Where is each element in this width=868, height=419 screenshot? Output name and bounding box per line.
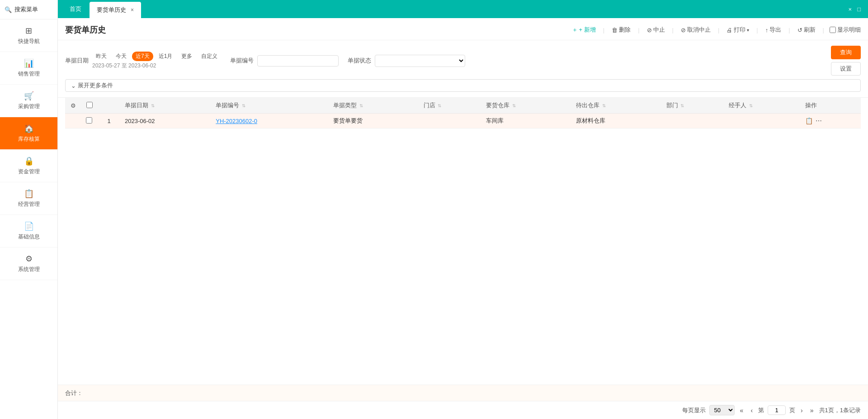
- sep3: |: [672, 27, 674, 33]
- purchase-icon: 🛒: [24, 91, 34, 101]
- table-row: 1 2023-06-02 YH-20230602-0 要货单要货 车间库 原材料…: [65, 114, 861, 129]
- sidebar-item-finance[interactable]: 🔒 资金管理: [0, 150, 57, 182]
- date-opt-1month[interactable]: 近1月: [155, 52, 176, 61]
- sales-icon: 📊: [24, 58, 34, 68]
- row-checkbox[interactable]: [86, 117, 92, 124]
- sidebar-item-inventory[interactable]: 🏠 库存核算: [0, 117, 57, 150]
- date-filter: 单据日期 昨天 今天 近7天 近1月 更多 自定义 2023-05-27 至 2…: [65, 52, 221, 70]
- per-page-select[interactable]: 20 50 100 200: [709, 405, 735, 415]
- date-opt-yesterday[interactable]: 昨天: [92, 52, 110, 61]
- date-opt-more[interactable]: 更多: [178, 52, 196, 61]
- header-left: 要货单历史: [65, 24, 106, 35]
- doc-no-input[interactable]: [257, 55, 339, 67]
- table-header-row: ⚙ 单据日期 ⇅ 单据编号 ⇅: [65, 98, 861, 114]
- sidebar-item-label: 采购管理: [18, 103, 40, 110]
- cell-ops: 📋 ⋯: [801, 114, 861, 129]
- th-store[interactable]: 门店 ⇅: [419, 98, 482, 114]
- select-all-checkbox[interactable]: [86, 102, 93, 108]
- total-info: 共1页，1条记录: [819, 406, 861, 414]
- stop-label: 中止: [653, 26, 665, 34]
- prev-page-button[interactable]: ‹: [749, 406, 755, 415]
- status-filter: 单据状态: [348, 55, 465, 67]
- sidebar-item-label: 基础信息: [18, 233, 40, 241]
- doc-no-link[interactable]: YH-20230602-0: [216, 118, 257, 124]
- next-page-button[interactable]: ›: [799, 406, 805, 415]
- tab-requisition-history[interactable]: 要货单历史 ×: [90, 2, 141, 18]
- home-icon: ⊞: [25, 26, 32, 36]
- export-button[interactable]: ↑ 导出: [764, 26, 783, 34]
- first-page-button[interactable]: «: [738, 406, 745, 415]
- sep6: |: [788, 27, 790, 33]
- sidebar-item-system[interactable]: ⚙ 系统管理: [0, 248, 57, 280]
- sidebar-item-label: 销售管理: [18, 70, 40, 78]
- stop-icon: ⊘: [647, 27, 652, 33]
- th-handler-label: 经手人: [729, 102, 746, 109]
- stop-button[interactable]: ⊘ 中止: [645, 26, 667, 34]
- gear-icon[interactable]: ⚙: [71, 102, 76, 109]
- delete-button[interactable]: 🗑 删除: [610, 26, 632, 34]
- display-cell-checkbox[interactable]: [830, 27, 836, 33]
- row-edit-button[interactable]: 📋: [805, 117, 813, 124]
- date-opt-today[interactable]: 今天: [112, 52, 130, 61]
- tab-home-label: 首页: [70, 5, 81, 13]
- new-button[interactable]: ＋ + 新增: [570, 26, 598, 34]
- th-store-label: 门店: [424, 102, 435, 109]
- export-label: 导出: [769, 26, 781, 34]
- finance-icon: 🔒: [24, 156, 34, 166]
- sort-docno-icon: ⇅: [242, 103, 245, 108]
- sep7: |: [823, 27, 824, 33]
- cancel-stop-button[interactable]: ⊘ 取消中止: [679, 26, 712, 34]
- th-doc-type[interactable]: 单据类型 ⇅: [329, 98, 419, 114]
- sep1: |: [603, 27, 604, 33]
- main-content: 首页 要货单历史 × × □ 要货单历史 ＋ + 新增 | 🗑: [58, 0, 868, 419]
- th-req-warehouse-label: 要货仓库: [486, 102, 509, 109]
- th-doc-no[interactable]: 单据编号 ⇅: [211, 98, 329, 114]
- expand-more-button[interactable]: ⌄ 展开更多条件: [65, 79, 861, 92]
- last-page-button[interactable]: »: [808, 406, 816, 415]
- sidebar-item-base[interactable]: 📄 基础信息: [0, 215, 57, 248]
- sidebar-item-quick-nav[interactable]: ⊞ 快捷导航: [0, 19, 57, 52]
- cell-handler: [724, 114, 801, 129]
- th-date[interactable]: 单据日期 ⇅: [120, 98, 211, 114]
- page-input[interactable]: [768, 405, 786, 415]
- sort-doctype-icon: ⇅: [359, 103, 363, 108]
- th-dept[interactable]: 部门 ⇅: [662, 98, 725, 114]
- th-pending-warehouse[interactable]: 待出仓库 ⇅: [571, 98, 661, 114]
- new-icon: ＋: [572, 26, 578, 34]
- expand-more-row: ⌄ 展开更多条件: [65, 79, 861, 92]
- date-filter-label: 单据日期: [65, 57, 89, 65]
- topbar-minimize-button[interactable]: □: [857, 6, 861, 13]
- th-gear[interactable]: ⚙: [65, 98, 81, 114]
- date-opt-7days[interactable]: 近7天: [132, 52, 153, 61]
- date-opt-custom[interactable]: 自定义: [198, 52, 221, 61]
- status-select[interactable]: [375, 55, 465, 67]
- th-handler[interactable]: 经手人 ⇅: [724, 98, 801, 114]
- display-cell-label: 显示明细: [837, 26, 861, 34]
- topbar-close-button[interactable]: ×: [849, 6, 852, 13]
- sidebar-item-ops[interactable]: 📋 经营管理: [0, 182, 57, 215]
- sort-store-icon: ⇅: [438, 103, 441, 108]
- cell-req-warehouse: 车间库: [481, 114, 571, 129]
- sort-handler-icon: ⇅: [749, 103, 753, 108]
- topbar: 首页 要货单历史 × × □: [58, 0, 868, 18]
- th-req-warehouse[interactable]: 要货仓库 ⇅: [481, 98, 571, 114]
- sidebar-item-sales[interactable]: 📊 销售管理: [0, 52, 57, 85]
- cell-dept: [662, 114, 725, 129]
- sidebar-search[interactable]: 🔍 搜索菜单: [0, 0, 57, 19]
- tab-requisition-label: 要货单历史: [97, 6, 126, 14]
- sidebar-item-label: 系统管理: [18, 266, 40, 273]
- row-more-button[interactable]: ⋯: [816, 117, 822, 124]
- sidebar-item-purchase[interactable]: 🛒 采购管理: [0, 85, 57, 117]
- refresh-button[interactable]: ↺ 刷新: [796, 26, 817, 34]
- th-num: [98, 98, 120, 114]
- tab-home[interactable]: 首页: [62, 0, 89, 18]
- tab-close-icon[interactable]: ×: [131, 7, 134, 13]
- data-table: ⚙ 单据日期 ⇅ 单据编号 ⇅: [65, 98, 861, 129]
- print-button[interactable]: 🖨 打印 ▾: [725, 26, 751, 34]
- display-cell-button[interactable]: 显示明细: [830, 26, 861, 34]
- query-button[interactable]: 查询: [831, 46, 861, 59]
- sort-date-icon: ⇅: [151, 103, 155, 108]
- page-prefix-label: 第: [758, 406, 764, 414]
- date-filter-controls: 昨天 今天 近7天 近1月 更多 自定义 2023-05-27 至 2023-0…: [92, 52, 221, 70]
- setting-button[interactable]: 设置: [831, 62, 861, 76]
